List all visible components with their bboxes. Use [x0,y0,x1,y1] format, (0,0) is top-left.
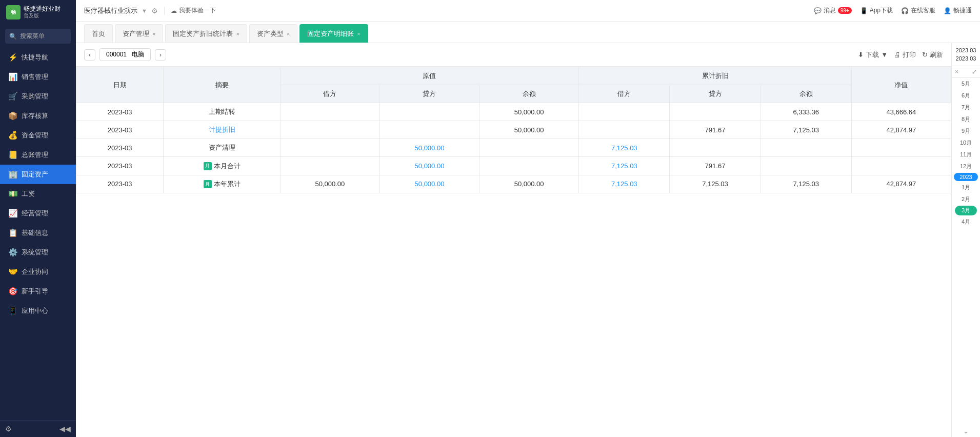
timeline-year-label[interactable]: 2023 [954,173,978,181]
sidebar-item-guide[interactable]: 🎯 新手引导 [0,282,76,301]
settings-gear-icon[interactable]: ⚙ [151,7,158,15]
cell-summary: 上期结转 [164,103,280,121]
cell-net-value: 43,666.64 [851,103,951,121]
tab-close-asset-detail[interactable]: × [357,31,360,37]
timeline-month[interactable]: 1月 [952,182,980,193]
tab-close-asset-mgmt[interactable]: × [152,31,155,37]
sidebar-item-app-center[interactable]: 📱 应用中心 [0,301,76,321]
col-header-net-value: 净值 [851,67,951,103]
prev-asset-btn[interactable]: ‹ [84,49,95,61]
sidebar-item-cooperation[interactable]: 🤝 企业协同 [0,262,76,282]
phone-icon: 📱 [860,7,868,14]
download-btn[interactable]: ⬇ 下载 ▼ [858,50,888,59]
timeline-month[interactable]: 9月 [952,125,980,137]
cooperation-icon: 🤝 [8,267,17,276]
sidebar-item-inventory[interactable]: 📦 库存核算 [0,106,76,126]
ledger-icon: 📒 [8,150,17,160]
tab-depreciation-stats[interactable]: 固定资产折旧统计表 × [165,24,247,43]
settings-icon[interactable]: ⚙ [5,425,12,433]
timeline-month[interactable]: 2月 [952,193,980,205]
cell-original-debit: 50,000.00 [280,175,379,193]
company-dropdown-icon[interactable]: ▼ [142,8,147,14]
timeline-panel: 2023.03 2023.03 × ⤢ 5月6月7月8月9月10月11月12月2… [951,43,980,437]
cell-original-credit: 50,000.00 [379,157,479,175]
sidebar-bottom: ⚙ ◀◀ [0,420,76,437]
timeline-close-btn[interactable]: × [955,68,958,75]
sidebar-item-sales[interactable]: 📊 销售管理 [0,67,76,87]
cell-original-debit [280,157,379,175]
sidebar-item-ledger[interactable]: 📒 总账管理 [0,145,76,165]
quick-nav-icon: ⚡ [8,53,17,62]
timeline-month[interactable]: 11月 [952,149,980,161]
sidebar-item-basic-info[interactable]: 📋 基础信息 [0,223,76,243]
logo-icon: 畅 [6,5,21,19]
sidebar-item-fund[interactable]: 💰 资金管理 [0,126,76,145]
system-icon: ⚙️ [8,248,17,257]
timeline-scroll-down[interactable]: ⌄ [952,425,980,437]
user-btn[interactable]: 👤 畅捷通 [944,6,972,15]
cell-original-debit [280,139,379,157]
cell-date: 2023-03 [76,175,164,193]
experience-btn[interactable]: ☁ 我要体验一下 [171,6,216,15]
cell-original-credit [379,121,479,139]
refresh-icon: ↻ [922,51,928,58]
tab-asset-mgmt[interactable]: 资产管理 × [115,24,163,43]
tab-asset-type[interactable]: 资产类型 × [249,24,297,43]
collapse-sidebar-icon[interactable]: ◀◀ [59,425,71,433]
timeline-expand-btn[interactable]: ⤢ [972,68,977,75]
refresh-btn[interactable]: ↻ 刷新 [922,50,943,59]
col-header-date: 日期 [76,67,164,103]
inventory-icon: 📦 [8,111,17,121]
tabbar: 首页 资产管理 × 固定资产折旧统计表 × 资产类型 × 固定资产明细账 × [76,22,980,43]
cell-accum-balance: 6,333.36 [761,103,851,121]
print-btn[interactable]: 🖨 打印 [894,50,916,59]
cell-accum-balance [761,139,851,157]
col-header-original-value: 原值 [280,67,578,85]
search-menu[interactable]: 🔍 搜索菜单 [5,29,71,44]
cell-accum-credit: 791.67 [670,121,761,139]
timeline-month[interactable]: 6月 [952,90,980,102]
sidebar-item-operations[interactable]: 📈 经营管理 [0,204,76,223]
timeline-month[interactable]: 10月 [952,137,980,149]
sidebar-item-purchase[interactable]: 🛒 采购管理 [0,87,76,106]
search-icon: 🔍 [9,33,17,40]
tab-asset-detail[interactable]: 固定资产明细账 × [299,24,368,43]
sidebar-item-quick-nav[interactable]: ⚡ 快捷导航 [0,48,76,67]
print-icon: 🖨 [894,51,901,58]
sidebar-item-system[interactable]: ⚙️ 系统管理 [0,243,76,262]
cell-original-balance [479,157,579,175]
cell-accum-debit: 7,125.03 [579,175,670,193]
cell-accum-balance: 7,125.03 [761,175,851,193]
download-dropdown-icon: ▼ [881,51,888,58]
message-btn[interactable]: 💬 消息 99+ [814,6,852,15]
cell-accum-balance: 7,125.03 [761,121,851,139]
cell-date: 2023-03 [76,103,164,121]
next-asset-btn[interactable]: › [155,49,166,61]
sidebar-item-salary[interactable]: 💵 工资 [0,184,76,204]
sidebar-item-fixed-assets[interactable]: 🏢 固定资产 [0,165,76,184]
timeline-month[interactable]: 8月 [952,113,980,125]
col-sub-original-credit: 贷方 [379,85,479,103]
content-area: ‹ 000001 电脑 › ⬇ 下载 ▼ 🖨 [76,43,980,437]
customer-service-btn[interactable]: 🎧 在线客服 [901,6,935,15]
cell-summary[interactable]: 计提折旧 [164,121,280,139]
tab-home[interactable]: 首页 [84,24,113,43]
timeline-month[interactable]: 7月 [952,102,980,113]
timeline-active-month[interactable]: 3月 [955,206,977,215]
timeline-month[interactable]: 4月 [952,216,980,228]
download-icon: ⬇ [858,51,864,58]
topbar: 医疗器械行业演示 ▼ ⚙ ☁ 我要体验一下 💬 消息 99+ 📱 App下载 🎧… [76,0,980,22]
cell-accum-debit: 7,125.03 [579,157,670,175]
app-download-btn[interactable]: 📱 App下载 [860,6,893,15]
cell-original-balance [479,139,579,157]
col-header-summary: 摘要 [164,67,280,103]
operations-icon: 📈 [8,209,17,218]
topbar-right: 💬 消息 99+ 📱 App下载 🎧 在线客服 👤 畅捷通 [814,6,972,15]
cell-original-credit [379,103,479,121]
sales-icon: 📊 [8,72,17,82]
tab-close-depreciation[interactable]: × [236,31,239,37]
table-row: 2023-03 月 本年累计 50,000.00 50,000.00 50,00… [76,175,951,193]
timeline-month[interactable]: 5月 [952,78,980,90]
timeline-month[interactable]: 12月 [952,161,980,172]
tab-close-asset-type[interactable]: × [287,31,290,37]
